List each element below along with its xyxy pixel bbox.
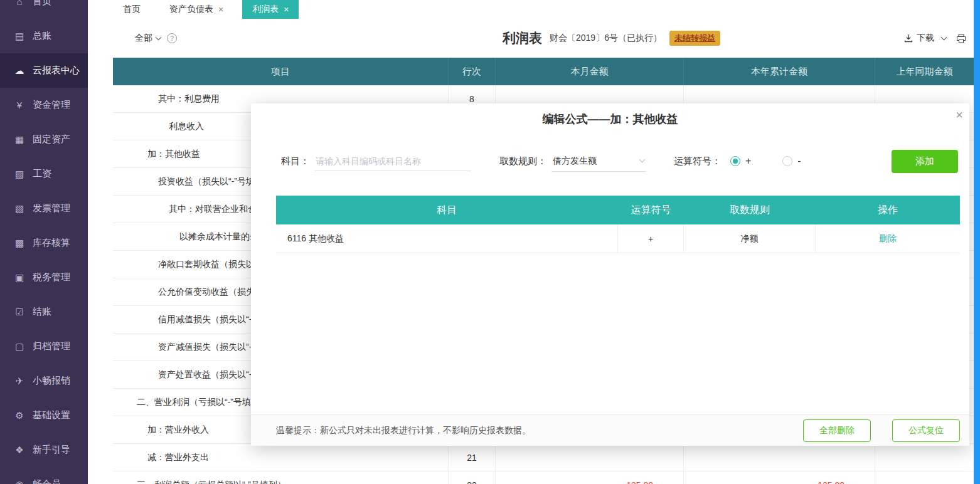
formula-table-header: 科目 运算符号 取数规则 操作 xyxy=(276,196,960,224)
cloud-report-icon: ☁ xyxy=(14,65,25,76)
tab-bar: 首页 资产负债表 × 利润表 × xyxy=(88,0,974,19)
tab-profit-statement[interactable]: 利润表 × xyxy=(242,0,299,19)
report-row: 减：营业外支出21 xyxy=(113,444,974,471)
subject-input[interactable] xyxy=(314,152,471,171)
plus-radio[interactable] xyxy=(730,156,740,166)
sidebar-item-guide[interactable]: ❖新手引导 xyxy=(0,433,88,467)
reimburse-icon: ✈ xyxy=(14,376,25,387)
rule-select[interactable]: 借方发生额 xyxy=(551,151,646,172)
delete-all-button[interactable]: 全部删除 xyxy=(803,419,871,442)
delete-link[interactable]: 删除 xyxy=(879,233,897,245)
sidebar-item-member[interactable]: ◉畅合员 xyxy=(0,467,88,484)
col-header-line: 行次 xyxy=(449,58,496,85)
sidebar-item-label: 云报表中心 xyxy=(33,65,80,76)
sidebar-item-funds[interactable]: ¥资金管理 xyxy=(0,88,88,122)
tab-label: 利润表 xyxy=(252,4,279,15)
home-icon: ⌂ xyxy=(14,0,25,7)
formula-subject: 6116 其他收益 xyxy=(276,224,618,253)
sidebar-item-reimburse[interactable]: ✈小畅报销 xyxy=(0,364,88,398)
formula-reset-button[interactable]: 公式复位 xyxy=(892,419,960,442)
sidebar-item-label: 发票管理 xyxy=(33,203,70,214)
col-header-item: 项目 xyxy=(113,58,449,85)
close-icon[interactable]: × xyxy=(218,5,223,14)
tab-balance-sheet[interactable]: 资产负债表 × xyxy=(159,0,233,19)
sidebar-item-general-ledger[interactable]: ▤总账 xyxy=(0,19,88,53)
row-month-amount: 135.00 xyxy=(496,471,684,484)
sidebar-item-label: 新手引导 xyxy=(33,444,70,456)
download-button[interactable]: 下载 xyxy=(904,33,946,44)
modal-hint: 温馨提示：新公式只对未出报表进行计算，不影响历史报表数据。 xyxy=(276,425,531,436)
sidebar-item-home[interactable]: ⌂首页 xyxy=(0,0,88,19)
row-prev-amount xyxy=(875,444,974,471)
help-icon[interactable]: ? xyxy=(167,33,177,43)
sidebar-item-label: 总账 xyxy=(33,30,51,42)
sidebar-item-label: 资金管理 xyxy=(33,99,70,111)
sidebar-item-label: 固定资产 xyxy=(33,134,70,145)
sidebar-item-label: 税务管理 xyxy=(33,271,70,283)
minus-radio[interactable] xyxy=(782,156,792,166)
invoice-icon: ▧ xyxy=(14,203,25,214)
row-month-amount xyxy=(496,444,684,471)
formula-rule: 净额 xyxy=(684,224,816,253)
sidebar-item-closing[interactable]: ☑结账 xyxy=(0,295,88,329)
subject-label: 科目： xyxy=(281,155,309,167)
funds-icon: ¥ xyxy=(14,100,25,110)
col-header-subject: 科目 xyxy=(276,196,618,224)
tab-home[interactable]: 首页 xyxy=(113,0,151,19)
print-icon[interactable] xyxy=(956,34,966,43)
row-prev-amount xyxy=(875,471,974,484)
sidebar-item-inventory[interactable]: ▩库存核算 xyxy=(0,226,88,260)
operator-label: 运算符号： xyxy=(674,155,721,167)
col-header-rule: 取数规则 xyxy=(684,196,816,224)
row-year-amount: 135.00 xyxy=(684,471,875,484)
sidebar-item-settings[interactable]: ⚙基础设置 xyxy=(0,398,88,433)
close-icon[interactable]: × xyxy=(284,5,289,14)
sidebar-item-label: 畅合员 xyxy=(33,478,61,484)
sidebar-item-salary[interactable]: ▨工资 xyxy=(0,157,88,191)
table-header: 项目 行次 本月金额 本年累计金额 上年同期金额 xyxy=(113,58,974,85)
close-icon[interactable]: × xyxy=(956,108,963,121)
tab-label: 资产负债表 xyxy=(169,4,213,15)
col-header-month: 本月金额 xyxy=(496,58,684,85)
archive-icon: ▢ xyxy=(14,341,25,352)
sidebar-item-label: 工资 xyxy=(33,168,51,180)
report-subtitle: 财会〔2019〕6号（已执行） xyxy=(550,33,662,44)
row-line-no: 22 xyxy=(449,471,496,484)
formula-form: 科目： 取数规则： 借方发生额 运算符号： + - 添加 xyxy=(281,149,958,174)
rule-value: 借方发生额 xyxy=(553,155,597,167)
sidebar-item-cloud-report-center[interactable]: ☁云报表中心 xyxy=(0,53,88,88)
rule-label: 取数规则： xyxy=(499,155,546,167)
formula-table: 科目 运算符号 取数规则 操作 6116 其他收益 + 净额 删除 xyxy=(276,196,960,253)
guide-icon: ❖ xyxy=(14,445,25,456)
row-item-name: 三、利润总额（亏损总额以“-”号填列） xyxy=(113,471,449,484)
col-header-action: 操作 xyxy=(816,196,960,224)
status-badge[interactable]: 未结转损益 xyxy=(669,31,720,46)
modal-title: 编辑公式——加：其他收益 xyxy=(251,103,969,127)
sidebar: ⌂首页▤总账☁云报表中心¥资金管理▦固定资产▨工资▧发票管理▩库存核算▣税务管理… xyxy=(0,0,88,484)
add-button[interactable]: 添加 xyxy=(892,150,958,173)
sidebar-item-tax[interactable]: ▣税务管理 xyxy=(0,260,88,295)
tab-label: 首页 xyxy=(123,4,141,15)
inventory-icon: ▩ xyxy=(14,238,25,249)
report-title-group: 利润表 财会〔2019〕6号（已执行） 未结转损益 xyxy=(503,29,720,47)
sidebar-item-archive[interactable]: ▢归档管理 xyxy=(0,329,88,364)
formula-action-cell: 删除 xyxy=(816,224,960,253)
sidebar-item-fixed-assets[interactable]: ▦固定资产 xyxy=(0,122,88,157)
col-header-prev: 上年同期金额 xyxy=(875,58,974,85)
edit-formula-modal: × 编辑公式——加：其他收益 科目： 取数规则： 借方发生额 运算符号： + -… xyxy=(251,103,969,446)
sidebar-item-label: 首页 xyxy=(33,0,51,8)
sidebar-item-invoice[interactable]: ▧发票管理 xyxy=(0,191,88,226)
report-row: 三、利润总额（亏损总额以“-”号填列）22135.00135.00 xyxy=(113,471,974,484)
scope-filter-label: 全部 xyxy=(135,33,152,44)
plus-radio-label: + xyxy=(745,155,751,167)
download-icon xyxy=(904,34,913,43)
row-line-no: 21 xyxy=(449,444,496,471)
page-title: 利润表 xyxy=(503,29,542,47)
row-year-amount xyxy=(684,444,875,471)
sidebar-item-label: 基础设置 xyxy=(33,409,70,421)
footer-buttons: 全部删除 公式复位 xyxy=(803,419,960,442)
scope-filter-dropdown[interactable]: 全部 xyxy=(135,33,161,44)
scrollbar[interactable] xyxy=(974,0,980,484)
chevron-down-icon xyxy=(156,34,162,40)
col-header-year: 本年累计金额 xyxy=(684,58,875,85)
